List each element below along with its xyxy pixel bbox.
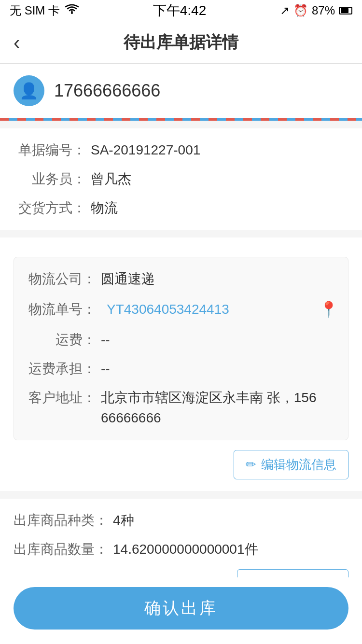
delivery-method-row: 交货方式： 物流 (14, 198, 348, 218)
delivery-method-value: 物流 (91, 198, 348, 218)
quantity-row: 出库商品数量： 14.620000000000001件 (14, 539, 348, 560)
page-title: 待出库单据详情 (124, 31, 238, 54)
company-row: 物流公司： 圆通速递 (24, 269, 338, 289)
customer-avatar: 👤 (14, 75, 44, 106)
customer-header: 👤 17666666666 (0, 64, 362, 118)
carrier-text: 无 SIM 卡 (10, 3, 60, 18)
back-button[interactable]: ‹ (14, 33, 20, 52)
logistics-outer-section: 物流公司： 圆通速递 物流单号： YT43064053424413 📍 运费： … (0, 238, 362, 491)
address-value: 北京市市辖区海淀区永丰南 张，156 66666666 (101, 388, 338, 428)
address-row: 客户地址： 北京市市辖区海淀区永丰南 张，156 66666666 (24, 388, 338, 428)
salesperson-label: 业务员： (14, 169, 91, 189)
quantity-label: 出库商品数量： (14, 539, 113, 560)
types-value: 4种 (113, 510, 348, 531)
logistics-section: 物流公司： 圆通速递 物流单号： YT43064053424413 📍 运费： … (14, 257, 348, 440)
order-number-value: SA-20191227-001 (91, 140, 348, 160)
customer-phone: 17666666666 (54, 81, 160, 101)
freight-bearer-value: -- (101, 359, 338, 379)
status-right: ↗ ⏰ 87% (280, 4, 352, 17)
tracking-row: 物流单号： YT43064053424413 📍 (24, 298, 338, 321)
salesperson-row: 业务员： 曾凡杰 (14, 169, 348, 189)
edit-logistics-label: 编辑物流信息 (261, 456, 336, 473)
salesperson-value: 曾凡杰 (91, 169, 348, 189)
location-status-icon: ↗ (280, 4, 290, 17)
nav-bar: ‹ 待出库单据详情 (0, 21, 362, 64)
company-value: 圆通速递 (101, 269, 338, 289)
order-info-section: 单据编号： SA-20191227-001 业务员： 曾凡杰 交货方式： 物流 (0, 128, 362, 230)
address-label: 客户地址： (24, 388, 101, 408)
company-label: 物流公司： (24, 269, 101, 289)
page-content: 👤 17666666666 单据编号： SA-20191227-001 业务员：… (0, 64, 362, 644)
alarm-icon: ⏰ (293, 4, 308, 17)
order-number-label: 单据编号： (14, 140, 91, 160)
confirm-outbound-button[interactable]: 确认出库 (14, 587, 348, 630)
edit-icon: ✏ (246, 457, 256, 472)
tracking-label: 物流单号： (24, 299, 101, 320)
edit-logistics-button[interactable]: ✏ 编辑物流信息 (234, 450, 348, 479)
status-left: 无 SIM 卡 (10, 3, 79, 18)
order-number-row: 单据编号： SA-20191227-001 (14, 140, 348, 160)
quantity-value: 14.620000000000001件 (113, 539, 348, 560)
types-label: 出库商品种类： (14, 510, 113, 531)
wifi-icon (65, 4, 79, 17)
tracking-number-value: YT43064053424413 (107, 299, 313, 320)
bottom-area: 确认出库 (0, 577, 362, 644)
dashed-divider (0, 118, 362, 121)
svg-point-0 (71, 12, 73, 14)
battery-icon (339, 7, 352, 14)
freight-bearer-label: 运费承担： (24, 359, 101, 379)
avatar-icon: 👤 (19, 82, 39, 100)
freight-label: 运费： (24, 330, 101, 350)
edit-logistics-area: ✏ 编辑物流信息 (14, 450, 348, 479)
delivery-method-label: 交货方式： (14, 198, 91, 218)
status-time: 下午4:42 (153, 1, 207, 20)
status-bar: 无 SIM 卡 下午4:42 ↗ ⏰ 87% (0, 0, 362, 21)
freight-bearer-row: 运费承担： -- (24, 359, 338, 379)
location-track-icon[interactable]: 📍 (319, 298, 338, 321)
freight-row: 运费： -- (24, 330, 338, 350)
types-row: 出库商品种类： 4种 (14, 510, 348, 531)
freight-value: -- (101, 330, 338, 350)
battery-text: 87% (312, 4, 335, 17)
